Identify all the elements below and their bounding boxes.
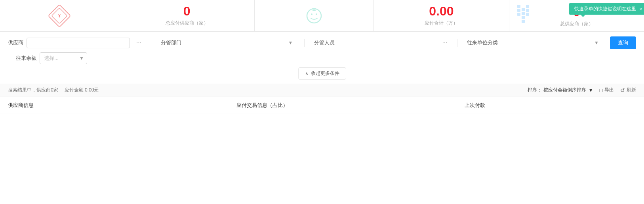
export-icon: □: [600, 87, 603, 93]
payable-suppliers-label: 总应付供应商（家）: [166, 20, 208, 27]
supplier-filter: 供应商 ···: [8, 38, 141, 48]
col-header-supplier: 供应商信息: [8, 102, 236, 109]
manager-input[interactable]: [338, 38, 436, 48]
query-button[interactable]: 查询: [610, 36, 636, 49]
svg-text:¥: ¥: [58, 14, 61, 18]
tooltip-close-btn[interactable]: ×: [639, 6, 642, 12]
payable-total-number: 0.00: [429, 5, 453, 17]
collapse-text: 收起更多条件: [311, 70, 339, 77]
supplier-input[interactable]: [27, 38, 130, 48]
collapse-row: ∧ 收起更多条件: [0, 64, 644, 84]
piggy-icon-area: [255, 0, 374, 31]
sort-option: 按应付会额倒序排序: [543, 87, 586, 93]
balance-placeholder: 选择...: [44, 55, 59, 61]
divider-3: [457, 39, 457, 47]
sort-arrow: ▼: [589, 88, 593, 93]
tooltip-text: 快速录单的快捷键说明在这里: [574, 6, 636, 12]
export-label: 导出: [604, 87, 614, 93]
tooltip-bubble: 快速录单的快捷键说明在这里 ×: [569, 3, 644, 15]
balance-label: 往来余额: [16, 55, 36, 62]
stats-bar: ¥ 0 总应付供应商（家） 0.00 应付合计（万） 快速录单的快捷键说明在这里…: [0, 0, 644, 32]
manager-dots[interactable]: ···: [442, 39, 447, 46]
balance-filter: 往来余额 选择... ▼: [16, 52, 87, 64]
results-info: 搜索结果中，供应商0家 应付金额 0.00元: [8, 87, 99, 93]
payable-total-label: 应付合计（万）: [425, 20, 458, 27]
payable-suppliers-number: 0: [183, 5, 191, 17]
svg-point-5: [316, 13, 317, 15]
unit-category-label: 往来单位分类: [467, 39, 498, 46]
sort-selector[interactable]: 排序： 按应付会额倒序排序 ▼: [528, 87, 593, 93]
filter-section: 供应商 ··· 分管部门 ▼ 分管人员 ···: [0, 32, 644, 64]
supplier-input-wrapper: [27, 38, 130, 48]
total-suppliers-label: 总供应商（家）: [560, 21, 593, 27]
building-icon: [517, 5, 529, 23]
sort-prefix: 排序：: [528, 87, 542, 93]
results-actions: 排序： 按应付会额倒序排序 ▼ □ 导出 ↺ 刷新: [528, 87, 636, 93]
table-header: 供应商信息 应付交易信息（占比） 上次付款: [0, 97, 644, 114]
refresh-icon: ↺: [620, 87, 625, 93]
filter-row-1: 供应商 ··· 分管部门 ▼ 分管人员 ···: [8, 36, 636, 49]
piggy-icon: [303, 5, 325, 27]
svg-point-4: [311, 13, 312, 15]
department-filter: 分管部门 ▼: [161, 38, 294, 48]
results-bar: 搜索结果中，供应商0家 应付金额 0.00元 排序： 按应付会额倒序排序 ▼ □…: [0, 84, 644, 97]
col-header-transaction: 应付交易信息（占比）: [236, 102, 465, 109]
refresh-label: 刷新: [627, 87, 636, 93]
unit-category-select[interactable]: [501, 38, 600, 48]
manager-input-wrapper: [338, 38, 436, 48]
collapse-button[interactable]: ∧ 收起更多条件: [298, 67, 346, 80]
search-result-label: 搜索结果中，供应商0家: [8, 87, 58, 93]
svg-rect-6: [312, 10, 316, 11]
collapse-icon: ∧: [305, 71, 309, 76]
stat-payable-total: 0.00 应付合计（万）: [374, 0, 509, 31]
department-select[interactable]: [185, 38, 294, 48]
unit-category-filter: 往来单位分类 ▼: [467, 38, 600, 48]
col-header-lastpay: 上次付款: [465, 102, 636, 109]
table-body: [0, 114, 644, 204]
balance-select[interactable]: 选择...: [40, 52, 87, 64]
unit-category-select-wrapper: ▼: [501, 38, 600, 48]
department-label: 分管部门: [161, 39, 181, 46]
manager-filter: 分管人员 ···: [314, 38, 448, 48]
divider-1: [151, 39, 151, 47]
divider-2: [304, 39, 305, 47]
supplier-label: 供应商: [8, 39, 23, 46]
export-button[interactable]: □ 导出: [600, 87, 614, 93]
logo-area: ¥: [0, 0, 119, 31]
diamond-icon: ¥: [48, 5, 70, 27]
refresh-button[interactable]: ↺ 刷新: [620, 87, 636, 93]
department-select-wrapper: ▼: [185, 38, 294, 48]
stat-total-suppliers: 快速录单的快捷键说明在这里 × 0 总供应商（家）: [509, 0, 644, 31]
amount-label: 应付金额 0.00元: [65, 87, 99, 93]
supplier-dots[interactable]: ···: [136, 39, 141, 46]
filter-row-2: 往来余额 选择... ▼: [8, 49, 636, 64]
stat-payable-suppliers: 0 总应付供应商（家）: [119, 0, 254, 31]
balance-select-wrapper: 选择... ▼: [40, 52, 87, 64]
manager-label: 分管人员: [314, 39, 335, 46]
